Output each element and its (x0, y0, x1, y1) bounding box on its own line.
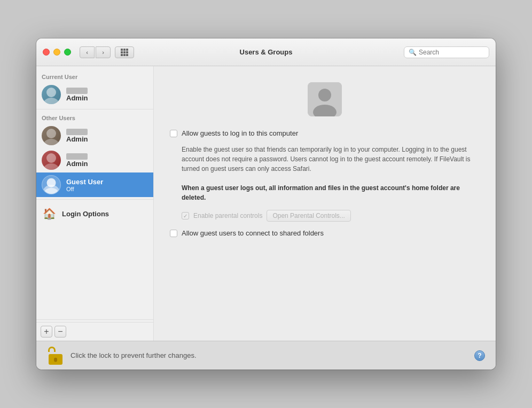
other-user-avatar-2 (42, 151, 61, 170)
grid-dot (123, 54, 126, 56)
current-user-avatar (42, 85, 61, 104)
house-icon: 🏠 (42, 206, 57, 221)
lock-text: Click the lock to prevent further change… (71, 351, 468, 359)
help-button[interactable]: ? (474, 350, 485, 361)
grid-button[interactable] (115, 46, 134, 58)
grid-dot (121, 54, 123, 56)
grid-icon (121, 49, 128, 56)
bottom-bar: Click the lock to prevent further change… (36, 341, 496, 370)
svg-point-3 (44, 139, 59, 145)
search-icon: 🔍 (409, 49, 417, 56)
main-window: ‹ › Users & Groups 🔍 (36, 38, 496, 370)
allow-shared-folders-row: Allow guest users to connect to shared f… (170, 229, 480, 237)
guest-user-info: Guest User Off (66, 178, 103, 192)
person-silhouette (308, 82, 342, 116)
guest-avatar-svg (42, 176, 60, 194)
divider-1 (36, 109, 153, 109)
other-user-name-2: Admin (66, 160, 88, 168)
other-user-info-2: ████ Admin (66, 153, 88, 168)
avatar-svg-2 (42, 126, 61, 145)
allow-guests-row: Allow guests to log in to this computer (170, 129, 480, 137)
svg-point-7 (47, 178, 56, 187)
login-options-label: Login Options (62, 210, 109, 218)
guest-avatar-area (170, 77, 480, 122)
guest-avatar-large (308, 82, 342, 116)
window-title: Users & Groups (240, 48, 293, 56)
avatar-svg (42, 85, 61, 104)
login-options-item[interactable]: 🏠 Login Options (36, 202, 153, 225)
lock-body (49, 354, 62, 365)
current-user-item[interactable]: ████ Admin (36, 82, 153, 107)
content-area: Current User ████ Admin Other (36, 66, 496, 341)
grid-dot (126, 51, 128, 53)
guest-user-role: Off (66, 186, 103, 192)
parental-controls-checkbox[interactable] (182, 212, 189, 219)
other-user-avatar-1 (42, 126, 61, 145)
svg-point-5 (44, 163, 59, 170)
current-user-info: ████ Admin (66, 88, 88, 102)
svg-point-2 (46, 129, 56, 138)
other-user-item-2[interactable]: ████ Admin (36, 148, 153, 172)
parental-controls-label: Enable parental controls (193, 212, 262, 219)
grid-dot (123, 51, 126, 53)
minimize-button[interactable] (53, 49, 60, 56)
divider-3 (36, 319, 153, 320)
close-button[interactable] (43, 49, 50, 56)
other-user-name-1: Admin (66, 135, 88, 143)
sidebar-list: Current User ████ Admin Other (36, 66, 153, 317)
guest-user-name: Guest User (66, 178, 103, 186)
divider-2 (36, 199, 153, 200)
sidebar: Current User ████ Admin Other (36, 66, 154, 341)
lock-shackle (48, 347, 56, 352)
other-user-info-1: ████ Admin (66, 129, 88, 143)
nav-buttons: ‹ › (80, 46, 111, 58)
svg-point-4 (46, 153, 56, 163)
lock-keyhole (54, 357, 57, 362)
maximize-button[interactable] (64, 49, 71, 56)
back-button[interactable]: ‹ (80, 46, 95, 58)
allow-guests-label: Allow guests to log in to this computer (182, 129, 298, 137)
detail-panel: Allow guests to log in to this computer … (154, 66, 496, 341)
parental-controls-row: Enable parental controls Open Parental C… (182, 210, 480, 222)
grid-dot (123, 49, 126, 51)
remove-user-button[interactable]: − (54, 326, 66, 338)
other-user-blurred-name-2: ████ (66, 153, 88, 160)
current-user-blurred-name: ████ (66, 88, 88, 94)
svg-point-10 (318, 89, 331, 101)
other-user-item-1[interactable]: ████ Admin (36, 123, 153, 148)
grid-dot (126, 49, 128, 51)
current-user-section-label: Current User (36, 70, 153, 82)
guest-user-avatar (42, 175, 61, 194)
allow-guests-warning: When a guest user logs out, all informat… (182, 184, 460, 201)
allow-shared-folders-label: Allow guest users to connect to shared f… (182, 229, 324, 237)
search-input[interactable] (419, 49, 483, 56)
grid-dot (121, 51, 123, 53)
forward-button[interactable]: › (96, 46, 111, 58)
sidebar-actions: + − (36, 322, 153, 341)
avatar-svg-3 (42, 151, 61, 170)
other-user-blurred-name-1: ████ (66, 129, 88, 135)
allow-guests-description: Enable the guest user so that friends ca… (182, 145, 480, 202)
svg-point-1 (44, 98, 59, 104)
current-user-name: Admin (66, 94, 88, 102)
grid-dot (121, 49, 123, 51)
search-box: 🔍 (404, 46, 489, 58)
allow-shared-folders-checkbox[interactable] (170, 230, 177, 237)
titlebar: ‹ › Users & Groups 🔍 (36, 38, 496, 66)
svg-point-0 (46, 88, 56, 97)
open-parental-controls-button[interactable]: Open Parental Controls... (267, 210, 350, 222)
other-users-section-label: Other Users (36, 112, 153, 123)
allow-guests-checkbox[interactable] (170, 130, 177, 137)
lock-button[interactable] (47, 346, 64, 365)
window-controls (43, 49, 71, 56)
grid-dot (126, 54, 128, 56)
add-user-button[interactable]: + (41, 326, 52, 338)
guest-user-item[interactable]: Guest User Off (36, 172, 153, 197)
